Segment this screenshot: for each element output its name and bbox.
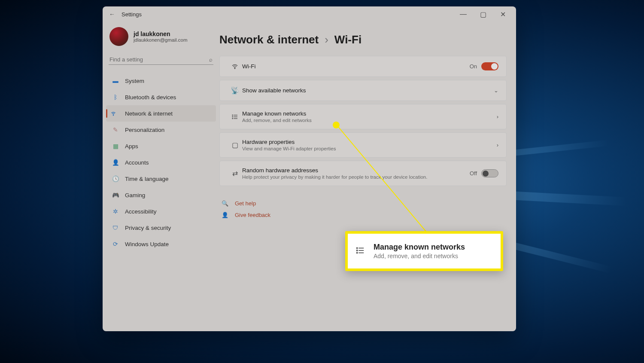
content-pane: Network & internet › Wi-Fi Wi-Fi On 📡 Sh… — [219, 22, 516, 331]
annotation-callout: Manage known networks Add, remove, and e… — [345, 231, 503, 271]
settings-window: ← Settings ― ▢ ✕ jd laukkonen jdlaukkone… — [103, 6, 516, 331]
search-icon: ⌕ — [209, 56, 213, 63]
svg-point-0 — [113, 115, 113, 116]
wifi-icon — [228, 63, 242, 70]
sidebar-item-privacy[interactable]: 🛡 Privacy & security — [106, 220, 216, 236]
search-field[interactable] — [109, 56, 209, 63]
sidebar-item-label: Privacy & security — [125, 225, 171, 231]
broadcast-icon: 📡 — [228, 86, 242, 95]
card-show-available[interactable]: 📡 Show available networks ⌄ — [219, 80, 507, 101]
toggle-state-label: On — [470, 63, 477, 70]
card-manage-known[interactable]: Manage known networks Add, remove, and e… — [219, 104, 507, 129]
link-label: Give feedback — [235, 212, 270, 218]
window-title: Settings — [122, 11, 142, 18]
sidebar-item-gaming[interactable]: 🎮 Gaming — [106, 187, 216, 203]
sidebar: jd laukkonen jdlaukkonen@gmail.com ⌕ ▬ S… — [103, 22, 219, 331]
sidebar-item-accessibility[interactable]: ✲ Accessibility — [106, 203, 216, 220]
sidebar-item-label: Bluetooth & devices — [125, 94, 176, 101]
brush-icon: ✎ — [110, 126, 121, 133]
chevron-down-icon: ⌄ — [494, 87, 498, 94]
feedback-icon: 👤 — [221, 212, 229, 218]
accounts-icon: 👤 — [110, 159, 121, 166]
sidebar-item-bluetooth[interactable]: ᛒ Bluetooth & devices — [106, 89, 216, 105]
sidebar-item-label: Gaming — [125, 192, 145, 198]
bluetooth-icon: ᛒ — [110, 94, 121, 101]
sidebar-item-label: Network & internet — [125, 110, 173, 117]
sidebar-item-personalization[interactable]: ✎ Personalization — [106, 122, 216, 138]
card-title: Show available networks — [242, 87, 494, 94]
card-wifi[interactable]: Wi-Fi On — [219, 56, 507, 77]
card-title: Hardware properties — [242, 139, 497, 145]
chevron-right-icon: › — [497, 142, 498, 148]
breadcrumb-parent[interactable]: Network & internet — [219, 33, 319, 46]
card-title: Manage known networks — [242, 110, 497, 117]
sidebar-item-label: Accounts — [125, 159, 149, 166]
help-icon: 🔍 — [221, 200, 229, 207]
card-subtitle: Add, remove, and edit networks — [242, 118, 497, 123]
shield-icon: 🛡 — [110, 225, 121, 231]
random-mac-toggle[interactable] — [481, 169, 498, 177]
minimize-button[interactable]: ― — [453, 6, 473, 22]
chevron-right-icon: › — [497, 113, 498, 120]
avatar — [109, 27, 128, 46]
svg-point-11 — [357, 247, 358, 248]
svg-point-13 — [357, 252, 358, 253]
card-subtitle: Help protect your privacy by making it h… — [242, 174, 470, 180]
sidebar-item-update[interactable]: ⟳ Windows Update — [106, 236, 216, 252]
callout-subtitle: Add, remove, and edit networks — [374, 253, 465, 259]
chevron-right-icon: › — [325, 33, 328, 46]
list-icon — [355, 246, 374, 257]
accessibility-icon: ✲ — [110, 208, 121, 215]
card-title: Wi-Fi — [242, 63, 470, 70]
sidebar-item-label: System — [125, 78, 144, 84]
sidebar-item-accounts[interactable]: 👤 Accounts — [106, 154, 216, 171]
sidebar-item-system[interactable]: ▬ System — [106, 73, 216, 89]
svg-point-5 — [232, 115, 233, 115]
sidebar-item-label: Personalization — [125, 127, 164, 133]
system-icon: ▬ — [110, 78, 121, 84]
svg-point-7 — [232, 118, 233, 119]
maximize-button[interactable]: ▢ — [473, 6, 493, 22]
back-button[interactable]: ← — [106, 11, 118, 18]
update-icon: ⟳ — [110, 241, 121, 247]
give-feedback-link[interactable]: 👤 Give feedback — [219, 208, 507, 220]
gaming-icon: 🎮 — [110, 192, 121, 198]
get-help-link[interactable]: 🔍 Get help — [219, 197, 507, 208]
wifi-icon — [110, 110, 121, 117]
profile-email: jdlaukkonen@gmail.com — [134, 37, 187, 43]
search-input[interactable]: ⌕ — [109, 55, 213, 65]
link-label: Get help — [235, 200, 256, 207]
card-random-mac[interactable]: ⇄ Random hardware addresses Help protect… — [219, 161, 507, 186]
sidebar-item-apps[interactable]: ▦ Apps — [106, 138, 216, 154]
sidebar-item-label: Accessibility — [125, 208, 157, 215]
clock-icon: 🕓 — [110, 175, 121, 182]
card-hardware[interactable]: ▢ Hardware properties View and manage Wi… — [219, 132, 507, 158]
apps-icon: ▦ — [110, 143, 121, 149]
callout-title: Manage known networks — [374, 243, 465, 252]
sidebar-item-network[interactable]: Network & internet — [106, 105, 216, 122]
sidebar-item-time[interactable]: 🕓 Time & language — [106, 171, 216, 187]
toggle-state-label: Off — [470, 170, 477, 177]
sidebar-item-label: Apps — [125, 143, 138, 149]
wifi-toggle[interactable] — [481, 62, 498, 70]
card-title: Random hardware addresses — [242, 167, 470, 174]
svg-point-12 — [357, 250, 358, 250]
card-subtitle: View and manage Wi-Fi adapter properties — [242, 146, 497, 151]
sidebar-item-label: Time & language — [125, 176, 169, 182]
titlebar: ← Settings ― ▢ ✕ — [103, 6, 516, 22]
shuffle-icon: ⇄ — [228, 169, 242, 177]
list-icon — [228, 113, 242, 120]
sidebar-item-label: Windows Update — [125, 241, 169, 247]
hardware-icon: ▢ — [228, 141, 242, 149]
close-button[interactable]: ✕ — [493, 6, 513, 22]
svg-point-6 — [232, 116, 233, 117]
breadcrumb-current: Wi-Fi — [334, 33, 361, 46]
breadcrumb: Network & internet › Wi-Fi — [219, 28, 507, 56]
svg-point-1 — [234, 68, 235, 68]
profile-block[interactable]: jd laukkonen jdlaukkonen@gmail.com — [106, 25, 216, 52]
profile-name: jd laukkonen — [134, 31, 187, 37]
